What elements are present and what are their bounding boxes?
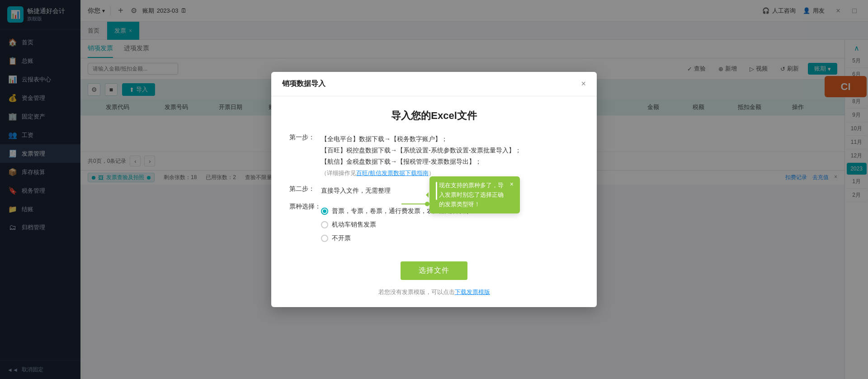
modal-footer-note: 若您没有发票模版，可以点击下载发票模版 [289,288,579,296]
step1-line-1: 【全电平台】数据下载→【税务数字账户】； [321,133,521,145]
tooltip-content: 现在支持的票种多了，导入发票时别忘了选择正确的发票类型呀！ × [436,181,514,209]
radio-dot-1[interactable] [321,208,328,215]
step1-line-2: 【百旺】税控盘数据下载→【系统设置-系统参数设置-发票批量导入】； [321,145,521,156]
tooltip-close-button[interactable]: × [510,181,514,187]
radio-option-2[interactable]: 机动车销售发票 [321,221,471,229]
step2-label: 第二步： [289,185,321,196]
modal-overlay: 销项数据导入 × 导入您的Excel文件 第一步： 【全电平台】数据下载→【税务… [0,0,868,379]
radio-option-3[interactable]: 不开票 [321,234,471,242]
connector-dot [425,202,429,206]
modal-title: 销项数据导入 [282,79,326,89]
tooltip-bar [436,182,437,200]
modal-header: 销项数据导入 × [271,72,597,96]
connector-line [401,204,429,204]
step1-link-suffix: ） [429,170,434,176]
modal-close-button[interactable]: × [581,80,586,88]
radio-label-2: 机动车销售发票 [332,221,376,229]
tooltip-bubble: 现在支持的票种多了，导入发票时别忘了选择正确的发票类型呀！ × [429,176,520,213]
step1-label: 第一步： [289,133,321,179]
step1-content: 【全电平台】数据下载→【税务数字账户】； 【百旺】税控盘数据下载→【系统设置-系… [321,133,521,179]
step2-content: 直接导入文件，无需整理 [321,185,391,196]
download-template-link[interactable]: 下载发票模版 [455,289,490,295]
tooltip-text: 现在支持的票种多了，导入发票时别忘了选择正确的发票类型呀！ [439,181,505,209]
step1-guide-link[interactable]: 百旺/航信发票数据下载指南 [356,170,429,176]
radio-dot-3[interactable] [321,235,328,242]
step1-row: 第一步： 【全电平台】数据下载→【税务数字账户】； 【百旺】税控盘数据下载→【系… [289,133,579,179]
ticket-type-label: 票种选择： [289,203,321,252]
step1-line-3: 【航信】金税盘数据下载→【报税管理-发票数据导出】； [321,156,521,167]
select-file-button[interactable]: 选择文件 [401,261,467,280]
radio-dot-2[interactable] [321,221,328,228]
step1-link-prefix: （详细操作见 [321,170,356,176]
modal-file-title: 导入您的Excel文件 [289,109,579,123]
radio-label-3: 不开票 [332,234,351,242]
